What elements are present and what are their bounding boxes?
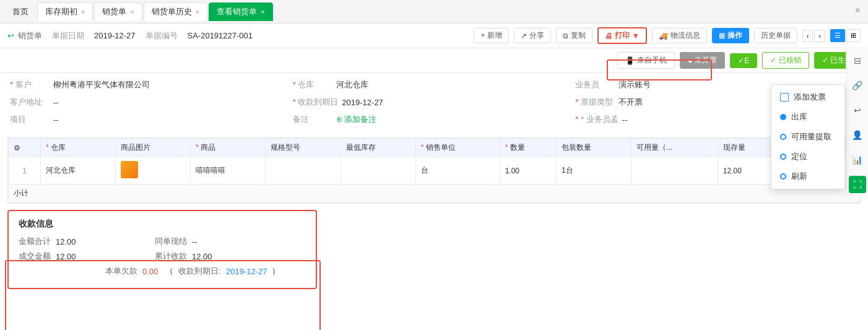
close-tab-sales-order[interactable]: × <box>130 8 134 15</box>
view-toggle: ☰ ⊞ <box>830 29 861 42</box>
subtotal-label: 小计 <box>9 185 860 203</box>
project-label: 项目 <box>10 114 53 125</box>
effective-icon: ✓ <box>822 56 828 64</box>
remark-label: 备注 <box>293 114 336 125</box>
total-amount-value: 12.00 <box>56 237 76 246</box>
table-wrap: ⚙ 仓库 商品图片 商品 规格型号 最低库存 销售单位 数量 包装数量 可用量（… <box>7 137 861 204</box>
total-amount-field: 金额合计 12.00 <box>19 236 130 247</box>
total-amount-label: 金额合计 <box>19 236 51 247</box>
tab-sales-history[interactable]: 销货单历史 × <box>144 2 207 21</box>
doc-header: ↩ 销货单 单据日期 2019-12-27 单据编号 SA-20191227-0… <box>0 24 868 48</box>
form-row-2: 客户地址 -- 收款到期日 2019-12-27 票据类型 不开票 <box>10 97 858 108</box>
view-grid-button[interactable]: ⊞ <box>846 29 861 42</box>
right-icon-4[interactable]: 👤 <box>849 126 866 144</box>
accumulated-field: 累计收款 12.00 <box>155 251 266 262</box>
check-icon-btn[interactable]: ✓E <box>730 53 757 68</box>
window-close-button[interactable]: × <box>848 0 868 21</box>
tab-home[interactable]: 首页 <box>5 2 36 21</box>
view-list-button[interactable]: ☰ <box>830 29 845 42</box>
tab-bar: 首页 库存期初 × 销货单 × 销货单历史 × 查看销货单 × × <box>0 0 868 24</box>
ticket-label: 票据类型 <box>575 97 618 108</box>
dropdown-available-qty[interactable]: 可用量提取 <box>771 127 844 147</box>
sales-employee-label: * 业务员孟 <box>575 114 622 125</box>
row-package-qty: 1台 <box>556 157 631 185</box>
form-area: 客户 柳州粤港平安气体有限公司 仓库 河北仓库 业务员 演示账号 客户地址 -- <box>0 73 868 137</box>
logistics-button[interactable]: 🚚 物流信息 <box>652 28 707 43</box>
cancelled-button[interactable]: ✓ 已核销 <box>762 52 809 69</box>
transaction-field: 成交金额 12.00 <box>19 251 130 262</box>
new-button[interactable]: + 新增 <box>474 28 508 43</box>
toolbar-right: + 新增 ↗ 分享 ⧉ 复制 🖨 打印 ▼ 🚚 物流信息 <box>474 27 861 44</box>
date-label: 单据日期 <box>52 30 84 41</box>
customer-field: 客户 柳州粤港平安气体有限公司 <box>10 79 293 90</box>
right-icon-3[interactable]: ↩ <box>849 102 866 119</box>
right-icon-2[interactable]: 🔗 <box>849 77 866 94</box>
share-button[interactable]: ↗ 分享 <box>514 28 551 43</box>
close-tab-view-sales[interactable]: × <box>261 8 264 15</box>
tab-view-sales[interactable]: 查看销货单 × <box>209 2 272 21</box>
transaction-value: 12.00 <box>56 252 76 261</box>
mobile-icon: 📱 <box>625 56 635 65</box>
print-icon: 🖨 <box>605 32 612 40</box>
dropdown-locate[interactable]: 定位 <box>771 147 844 167</box>
due-date-note-label: 收款到期日: <box>178 266 221 277</box>
close-paren: ） <box>272 266 280 277</box>
copy-button[interactable]: ⧉ 复制 <box>556 28 592 43</box>
close-tab-inventory[interactable]: × <box>81 8 85 15</box>
sales-employee-value: -- <box>622 115 628 124</box>
dropdown-add-invoice[interactable]: 添加发票 <box>771 87 844 107</box>
row-spec <box>266 157 341 185</box>
right-icon-5[interactable]: 📊 <box>849 151 866 168</box>
tab-inventory-init[interactable]: 库存期初 × <box>37 2 93 21</box>
project-value: -- <box>53 115 59 124</box>
right-icon-1[interactable]: ⊟ <box>849 52 866 69</box>
share-icon: ↗ <box>521 32 527 40</box>
owed-field: 本单欠款 0.00 （ 收款到期日: 2019-12-27 ） <box>19 266 280 277</box>
owed-value: 0.00 <box>142 267 158 276</box>
row-warehouse: 河北仓库 <box>41 157 116 185</box>
data-table: ⚙ 仓库 商品图片 商品 规格型号 最低库存 销售单位 数量 包装数量 可用量（… <box>8 138 860 203</box>
project-field: 项目 -- <box>10 114 293 125</box>
history-button[interactable]: 历史单据 <box>754 28 797 43</box>
warehouse-value: 河北仓库 <box>336 79 368 90</box>
transaction-label: 成交金额 <box>19 251 51 262</box>
dropdown-refresh[interactable]: 刷新 <box>771 167 844 186</box>
doc-type-icon: ↩ <box>7 31 14 40</box>
payment-title: 收款信息 <box>19 219 306 230</box>
add-remark-button[interactable]: ⊕ 添加备注 <box>336 114 377 125</box>
print-button[interactable]: 🖨 打印 ▼ <box>597 27 647 44</box>
row-product-img <box>116 157 191 185</box>
row-seq: 1 <box>9 157 41 185</box>
ops-dropdown-menu: 添加发票 出库 可用量提取 定位 刷新 <box>771 84 845 189</box>
doc-meta: 单据日期 2019-12-27 单据编号 SA-20191227-001 <box>52 30 253 41</box>
warehouse-label: 仓库 <box>293 79 336 90</box>
tab-sales-order[interactable]: 销货单 × <box>94 2 142 21</box>
nav-prev[interactable]: ‹ <box>802 30 814 42</box>
address-field: 客户地址 -- <box>10 97 293 108</box>
nav-next[interactable]: › <box>814 30 825 42</box>
owed-note: （ <box>165 266 173 277</box>
dropdown-outbound[interactable]: 出库 <box>771 107 844 127</box>
col-warehouse: 仓库 <box>41 139 116 157</box>
col-product: 商品 <box>191 139 266 157</box>
doc-type-title: ↩ 销货单 <box>7 30 42 41</box>
available-qty-icon <box>780 134 786 140</box>
ops-button[interactable]: ⊞ 操作 <box>712 28 749 43</box>
col-available: 可用量（... <box>631 139 718 157</box>
close-tab-sales-history[interactable]: × <box>196 8 199 15</box>
doc-type-label: 销货单 <box>18 30 42 41</box>
payment-row-3: 本单欠款 0.00 （ 收款到期日: 2019-12-27 ） <box>19 266 306 277</box>
mobile-button[interactable]: 📱 来自手机 <box>617 52 675 69</box>
col-product-img: 商品图片 <box>116 139 191 157</box>
not-open-button[interactable]: ● 未开票 <box>680 52 725 69</box>
col-quantity: 数量 <box>500 139 556 157</box>
employee-value: 演示账号 <box>618 79 651 90</box>
number-value: SA-20191227-001 <box>188 31 253 40</box>
customer-label: 客户 <box>10 79 53 90</box>
row-product: 嘻嘻嘻嘻 <box>191 157 266 185</box>
right-icon-6-expand[interactable]: ⛶ <box>849 176 866 193</box>
row-min-stock <box>341 157 415 185</box>
col-package-qty: 包装数量 <box>556 139 631 157</box>
address-label: 客户地址 <box>10 97 53 108</box>
form-row-3: 项目 -- 备注 ⊕ 添加备注 * 业务员孟 -- <box>10 114 858 125</box>
